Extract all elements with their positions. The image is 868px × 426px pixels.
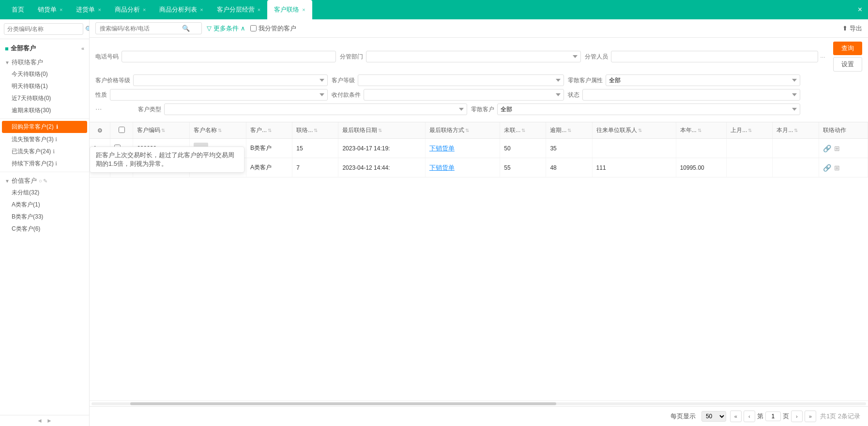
payment-select[interactable]: [364, 89, 564, 101]
sidebar-item-a-class[interactable]: A类客户(1): [0, 199, 89, 211]
th-unit-contacts[interactable]: 往来单位联系人⇅: [592, 122, 676, 139]
ellipsis-btn[interactable]: ···: [95, 105, 102, 114]
retail-attr-select[interactable]: 全部: [606, 74, 800, 86]
filter-search-icon[interactable]: 🔍: [182, 25, 190, 32]
th-type[interactable]: 客户...⇅: [246, 122, 292, 139]
customer-type-select[interactable]: [164, 103, 467, 115]
th-uncontacted[interactable]: 未联...⇅: [500, 122, 546, 139]
sidebar-search-icon[interactable]: 🔍: [85, 26, 90, 33]
sidebar-section-value[interactable]: ▼ 价值客户 ○ ✎: [0, 174, 89, 187]
field-phone: 电话号码: [95, 51, 336, 62]
sidebar-item-churn-warning[interactable]: 流失预警客户(3) ℹ: [0, 133, 89, 146]
sidebar-item-7days[interactable]: 近7天待联络(0): [0, 92, 89, 104]
retail-customer-wrap: 全部: [497, 103, 800, 115]
per-page-label: 每页显示: [670, 412, 696, 421]
first-page-btn[interactable]: «: [730, 411, 742, 422]
row2-action-grid[interactable]: ⊞: [834, 164, 840, 172]
table-header-row: ⚙ 客户编码⇅ 客户名称⇅ 客户...⇅ 联络...⇅ 最后联络日期⇅ 最后联络…: [90, 122, 868, 139]
nature-select[interactable]: [110, 89, 328, 101]
more-conditions-btn[interactable]: ▽ 更多条件 ∧: [207, 24, 245, 33]
person-ellipsis[interactable]: ···: [820, 53, 825, 60]
sidebar-search-input[interactable]: [4, 23, 83, 35]
field-retail-customer: 零散客户 全部: [471, 103, 800, 115]
nav-purchase-order[interactable]: 进货单 ×: [69, 0, 107, 19]
sidebar-item-ungrouped[interactable]: 未分组(32): [0, 187, 89, 199]
person-input[interactable]: [611, 51, 818, 62]
dept-select[interactable]: [366, 51, 580, 62]
select-all-checkbox[interactable]: [119, 127, 125, 133]
sidebar-item-today[interactable]: 今天待联络(0): [0, 68, 89, 80]
row1-unit-contacts: [592, 139, 676, 158]
th-name[interactable]: 客户名称⇅: [190, 122, 246, 139]
value-customer-circle[interactable]: ○: [39, 178, 42, 184]
value-customer-edit[interactable]: ✎: [43, 178, 47, 184]
collapse-sidebar-btn[interactable]: «: [81, 45, 84, 51]
row1-last-method[interactable]: 下销货单: [425, 139, 500, 158]
nav-customer-contact[interactable]: 客户联络 ×: [267, 0, 312, 19]
my-customers-checkbox[interactable]: [250, 25, 257, 31]
th-overdue[interactable]: 逾期...⇅: [546, 122, 592, 139]
close-window-icon[interactable]: ×: [858, 5, 862, 14]
nav-product-analysis[interactable]: 商品分析 ×: [108, 0, 152, 19]
close-customer-contact[interactable]: ×: [302, 7, 305, 13]
th-last-date[interactable]: 最后联络日期⇅: [338, 122, 425, 139]
nav-customer-tier[interactable]: 客户分层经营 ×: [210, 0, 267, 19]
th-checkbox: [110, 122, 133, 139]
th-last-month[interactable]: 上月...⇅: [727, 122, 773, 139]
close-product-list[interactable]: ×: [200, 7, 203, 13]
status-select[interactable]: [582, 89, 800, 101]
settings-button[interactable]: 设置: [833, 57, 862, 72]
export-icon: ⬆: [842, 25, 848, 32]
th-settings[interactable]: ⚙: [90, 122, 110, 139]
field-price-grade: 客户价格等级: [95, 74, 328, 86]
prev-page-btn[interactable]: ‹: [744, 411, 755, 422]
page-input[interactable]: [765, 411, 781, 421]
customer-grade-select[interactable]: [358, 74, 564, 86]
sidebar-item-repurchase-anomaly[interactable]: 回购异常客户(2) ℹ: [2, 121, 87, 133]
row2-last-method[interactable]: 下销货单: [425, 158, 500, 177]
sidebar-item-tomorrow[interactable]: 明天待联络(1): [0, 80, 89, 92]
scrollbar-thumb[interactable]: [130, 402, 556, 405]
th-contact-count[interactable]: 联络...⇅: [292, 122, 338, 139]
th-last-method[interactable]: 最后联络方式⇅: [425, 122, 500, 139]
sidebar-item-declining[interactable]: 持续下滑客户(2) ℹ: [0, 158, 89, 170]
sidebar-scroll-right[interactable]: ►: [46, 417, 52, 424]
per-page-select[interactable]: 20 50 100: [701, 411, 726, 422]
nav-product-list[interactable]: 商品分析列表 ×: [152, 0, 210, 19]
price-grade-select[interactable]: [133, 74, 328, 86]
horizontal-scrollbar[interactable]: [90, 400, 868, 406]
row1-action-link[interactable]: 🔗: [823, 145, 831, 152]
payment-wrap: [364, 89, 564, 101]
row1-this-year: [676, 139, 727, 158]
row2-action-link[interactable]: 🔗: [823, 164, 831, 172]
close-customer-tier[interactable]: ×: [258, 7, 260, 13]
my-customers-filter[interactable]: 我分管的客户: [250, 24, 296, 33]
nav-sales-order[interactable]: 销货单 ×: [31, 0, 69, 19]
sidebar-item-churned[interactable]: 已流失客户(24) ℹ: [0, 146, 89, 158]
th-this-month[interactable]: 本月...⇅: [773, 122, 819, 139]
th-this-year[interactable]: 本年...⇅: [676, 122, 727, 139]
next-page-btn[interactable]: ›: [791, 411, 803, 422]
field-payment: 收付款条件: [332, 89, 564, 101]
sidebar-item-c-class[interactable]: C类客户(6): [0, 223, 89, 235]
retail-customer-select[interactable]: 全部: [497, 103, 800, 115]
sidebar-item-overdue-contact[interactable]: 逾期未联络(30): [0, 104, 89, 117]
sidebar-item-b-class[interactable]: B类客户(33): [0, 211, 89, 223]
query-button[interactable]: 查询: [833, 42, 862, 55]
dept-select-wrap: [366, 51, 580, 62]
filter-search-input[interactable]: [100, 25, 182, 32]
sidebar-section-pending[interactable]: ▼ 待联络客户: [0, 56, 89, 68]
row1-type: B类客户: [246, 139, 292, 158]
all-customers-header[interactable]: ■ 全部客户 «: [0, 41, 89, 56]
phone-input[interactable]: [122, 51, 336, 62]
last-page-btn[interactable]: »: [805, 411, 816, 422]
th-code[interactable]: 客户编码⇅: [133, 122, 190, 139]
nav-home[interactable]: 首页: [5, 0, 31, 19]
export-button[interactable]: ⬆ 导出: [842, 24, 862, 33]
row1-action-grid[interactable]: ⊞: [834, 145, 840, 152]
close-product-analysis[interactable]: ×: [143, 7, 146, 13]
close-sales-order[interactable]: ×: [60, 7, 62, 13]
close-purchase-order[interactable]: ×: [98, 7, 101, 13]
row2-uncontacted: 55: [500, 158, 546, 177]
sidebar-scroll-left[interactable]: ◄: [37, 417, 43, 424]
